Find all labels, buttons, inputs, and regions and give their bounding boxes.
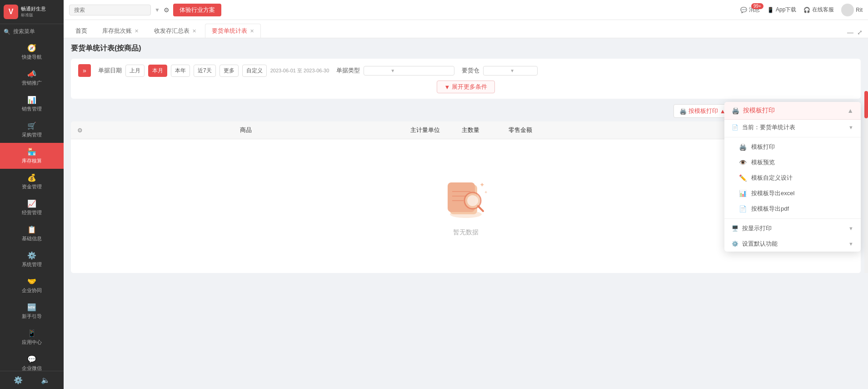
right-scrollbar-thumb <box>864 91 868 118</box>
tab-order-stats[interactable]: 要货单统计表 ✕ <box>205 24 261 38</box>
print-template-btn[interactable]: 🖨️ 按模板打印 ▲ <box>673 104 732 118</box>
template-design-icon: ✏️ <box>739 174 747 182</box>
audio-icon[interactable]: 🔈 <box>41 376 50 384</box>
template-preview-label: 模板预览 <box>751 158 775 167</box>
app-download-icon: 📱 <box>767 7 774 13</box>
current-month-btn[interactable]: 本月 <box>148 65 167 77</box>
table-header-retail: 零售金额 <box>493 126 548 134</box>
sidebar-item-guide[interactable]: 🆕 新手引导 <box>0 298 64 324</box>
print-dropdown-header: 🖨️ 按模板打印 ▲ <box>724 102 861 120</box>
current-template-section[interactable]: 📄 当前：要货单统计表 ▼ <box>724 120 861 135</box>
breadcrumb-search-input[interactable] <box>69 5 151 15</box>
template-print-label: 模板打印 <box>751 143 775 151</box>
warehouse-dropdown[interactable]: ▼ <box>483 66 538 76</box>
sidebar-item-app-center[interactable]: 📱 应用中心 <box>0 324 64 350</box>
date-filter-label: 单据日期 <box>98 66 122 75</box>
sidebar-item-cooperation[interactable]: 🤝 企业协同 <box>0 273 64 298</box>
template-export-pdf-item[interactable]: 📄 按模板导出pdf <box>724 201 861 217</box>
display-print-icon: 🖥️ <box>732 225 738 232</box>
sidebar-item-label: 销售管理 <box>22 106 42 112</box>
tab-bar: 首页 库存批次账 ✕ 收发存汇总表 ✕ 要货单统计表 ✕ — ⤢ <box>64 20 868 38</box>
template-excel-icon: 📊 <box>739 190 747 197</box>
user-avatar-item[interactable]: Rit <box>841 4 863 16</box>
last-7-days-btn[interactable]: 近7天 <box>194 65 216 77</box>
table-header-quantity: 主数量 <box>448 126 493 134</box>
header-dropdown-icon[interactable]: ▼ <box>155 7 160 13</box>
sidebar-item-sales[interactable]: 📊 销售管理 <box>0 91 64 117</box>
sidebar-item-finance[interactable]: 💰 资金管理 <box>0 169 64 195</box>
tab-home[interactable]: 首页 <box>69 24 94 38</box>
sidebar-item-wechat[interactable]: 💬 企业微信 <box>0 350 64 371</box>
inventory-icon: 🏪 <box>27 147 36 156</box>
template-design-item[interactable]: ✏️ 模板自定义设计 <box>724 170 861 186</box>
sidebar-item-label: 基础信息 <box>22 235 42 242</box>
content-area: 要货单统计表(按商品) » 单据日期 上月 本月 本年 近7天 更多 自定义 2… <box>64 38 868 389</box>
set-default-arrow-icon: ▼ <box>848 241 853 247</box>
current-year-btn[interactable]: 本年 <box>171 65 190 77</box>
filter-expand-icon[interactable]: » <box>78 64 91 77</box>
tab-home-label: 首页 <box>75 27 87 35</box>
prev-month-btn[interactable]: 上月 <box>125 65 145 77</box>
trial-button[interactable]: 体验行业方案 <box>173 4 221 16</box>
online-service-item[interactable]: 🎧 在线客服 <box>803 6 834 14</box>
tab-batch-ledger-close[interactable]: ✕ <box>135 29 139 34</box>
basic-info-icon: 📋 <box>27 225 36 234</box>
template-print-item[interactable]: 🖨️ 模板打印 <box>724 139 861 155</box>
filter-area: » 单据日期 上月 本月 本年 近7天 更多 自定义 2023-06-01 至 … <box>71 59 861 99</box>
headset-icon: 🎧 <box>803 7 810 13</box>
tab-order-stats-label: 要货单统计表 <box>212 27 247 35</box>
sidebar-item-label: 资金管理 <box>22 183 42 190</box>
header-right: 💬 消息 99+ 📱 App下载 🎧 在线客服 Rit <box>740 4 863 16</box>
sidebar-item-basic-info[interactable]: 📋 基础信息 <box>0 221 64 247</box>
empty-text: 暂无数据 <box>453 228 479 237</box>
more-btn[interactable]: 更多 <box>219 65 239 77</box>
tab-order-stats-close[interactable]: ✕ <box>250 29 254 34</box>
sidebar-item-operations[interactable]: 📈 经营管理 <box>0 195 64 221</box>
sidebar-item-system[interactable]: ⚙️ 系统管理 <box>0 247 64 273</box>
print-dropdown: 🖨️ 按模板打印 ▲ 📄 当前：要货单统计表 ▼ 🖨️ 模板打印 � <box>724 102 861 252</box>
marketing-icon: 📣 <box>27 70 36 78</box>
template-preview-item[interactable]: 👁️ 模板预览 <box>724 155 861 170</box>
sidebar-item-inventory[interactable]: 🏪 库存核算 <box>0 143 64 169</box>
table-header-product: 商品 <box>89 126 402 134</box>
print-template-label: 按模板打印 <box>688 107 718 115</box>
sidebar-item-label: 库存核算 <box>22 157 42 164</box>
header-gear-icon[interactable]: ⚙ <box>164 6 170 14</box>
sidebar-item-purchase[interactable]: 🛒 采购管理 <box>0 117 64 143</box>
custom-btn[interactable]: 自定义 <box>242 65 267 77</box>
settings-bottom-icon[interactable]: ⚙️ <box>14 376 23 384</box>
sidebar-search[interactable]: 🔍 搜索菜单 <box>0 24 64 39</box>
right-scrollbar[interactable] <box>864 91 868 273</box>
template-export-excel-item[interactable]: 📊 按模板导出excel <box>724 186 861 201</box>
message-item[interactable]: 💬 消息 99+ <box>740 6 760 14</box>
sidebar-item-marketing[interactable]: 📣 营销推广 <box>0 65 64 91</box>
window-restore-icon[interactable]: ⤢ <box>857 29 863 36</box>
app-badge: 标准版 <box>21 12 46 18</box>
svg-line-8 <box>478 206 483 211</box>
window-minimize-icon[interactable]: — <box>847 29 853 36</box>
expand-btn-label: 展开更多条件 <box>452 83 487 91</box>
svg-text:✦: ✦ <box>479 181 485 188</box>
tab-receipt-summary[interactable]: 收发存汇总表 ✕ <box>147 24 203 38</box>
print-dropdown-close-icon[interactable]: ▲ <box>847 107 853 114</box>
sidebar-item-label: 应用中心 <box>22 339 42 346</box>
search-label: 搜索菜单 <box>13 28 35 35</box>
chevron-down-icon: ▼ <box>444 84 450 91</box>
set-default-section[interactable]: ⚙️ 设置默认功能 ▼ <box>724 236 861 252</box>
expand-more-btn[interactable]: ▼ 展开更多条件 <box>437 81 495 93</box>
order-type-dropdown[interactable]: ▼ <box>364 66 454 76</box>
sidebar-item-label: 快捷导航 <box>22 54 42 61</box>
set-default-label: 设置默认功能 <box>742 240 778 248</box>
table-settings-icon[interactable]: ⚙ <box>71 126 89 134</box>
order-type-section: 单据类型 ▼ <box>336 66 454 76</box>
cooperation-icon: 🤝 <box>27 277 36 286</box>
app-download-item[interactable]: 📱 App下载 <box>767 6 796 14</box>
tab-receipt-summary-close[interactable]: ✕ <box>192 29 196 34</box>
sidebar: V 畅通好生意 标准版 🔍 搜索菜单 🧭 快捷导航 📣 营销推广 📊 销售管理 … <box>0 0 64 389</box>
tab-batch-ledger[interactable]: 库存批次账 ✕ <box>95 24 145 38</box>
sidebar-item-quick-nav[interactable]: 🧭 快捷导航 <box>0 39 64 65</box>
display-print-section[interactable]: 🖥️ 按显示打印 ▼ <box>724 221 861 236</box>
display-print-label: 按显示打印 <box>742 224 772 232</box>
current-template-arrow-icon: ▼ <box>848 125 853 130</box>
sidebar-logo: V 畅通好生意 标准版 <box>0 0 64 24</box>
